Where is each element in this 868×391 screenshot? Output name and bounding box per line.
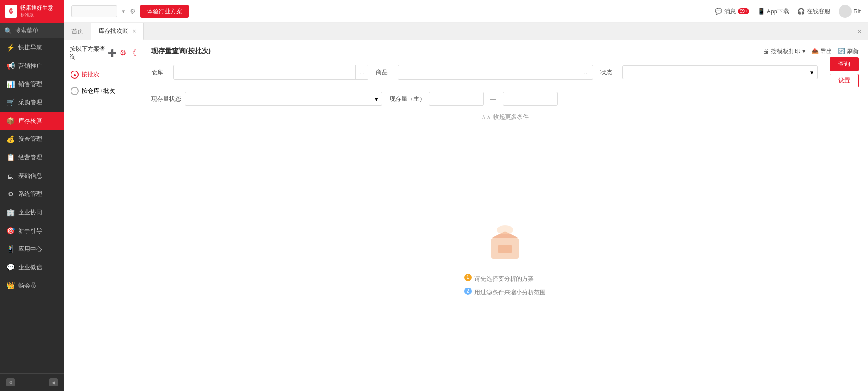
tab-batch-label: 库存批次账 (99, 27, 128, 34)
sidebar-item-basic[interactable]: 🗂 基础信息 (0, 167, 64, 185)
status-dropdown-icon: ▾ (810, 69, 813, 76)
sidebar-item-label: 库存核算 (18, 117, 42, 125)
collapse-icon: ∧∧ (481, 114, 491, 120)
settings-gear-icon[interactable]: ⚙ (130, 7, 136, 16)
collapse-filters-btn[interactable]: ∧∧ 收起更多条件 (151, 110, 859, 122)
sidebar-item-inventory[interactable]: 📦 库存核算 (0, 112, 64, 130)
online-service-btn[interactable]: 🎧 在线客服 (797, 7, 830, 16)
export-icon: 📤 (811, 48, 819, 54)
tip-item-1: 1 请先选择要分析的方案 (464, 273, 546, 285)
warehouse-batch-icon: ○ (71, 87, 79, 95)
sidebar-item-enterprise[interactable]: 🏢 企业协同 (0, 203, 64, 222)
tab-batch-account[interactable]: 库存批次账 × (91, 23, 144, 40)
batch-scheme-icon: ● (71, 71, 79, 79)
scheme-item-batch[interactable]: ● 按批次 (64, 66, 142, 83)
product-input[interactable] (398, 65, 580, 79)
headphone-icon: 🎧 (797, 8, 805, 15)
stock-status-select[interactable]: ▾ (185, 92, 382, 106)
add-scheme-btn[interactable]: ➕ (108, 49, 117, 58)
user-avatar-btn[interactable]: Rit (839, 5, 861, 18)
svg-rect-2 (498, 245, 512, 253)
sidebar-settings-btn[interactable]: ⚙ (6, 378, 15, 386)
tab-close-icon[interactable]: × (133, 28, 136, 34)
export-btn[interactable]: 📤 导出 (811, 47, 832, 55)
search-label: 搜索菜单 (15, 27, 38, 35)
sidebar-collapse-btn[interactable]: ◀ (49, 378, 58, 386)
sidebar-item-label: 快捷导航 (18, 43, 42, 52)
dropdown-arrow-icon[interactable]: ▾ (122, 8, 125, 15)
app-edition: 标准版 (20, 12, 53, 18)
content-area: 按以下方案查询 ➕ ⚙ 《 ● 按批次 ○ 按仓库+批次 现存量查询( (64, 40, 868, 391)
filter-area: 现存量查询(按批次) 🖨 按模板打印 ▾ 📤 导出 🔄 (142, 40, 868, 129)
trial-btn[interactable]: 体验行业方案 (140, 5, 189, 18)
sidebar-item-label: 应用中心 (18, 245, 42, 253)
status-label: 状态 (600, 68, 619, 76)
tip-text-2: 用过滤条件来缩小分析范围 (474, 287, 546, 299)
sidebar-item-label: 基础信息 (18, 172, 42, 180)
sidebar-item-finance[interactable]: 💰 资金管理 (0, 130, 64, 148)
setting-btn[interactable]: 设置 (830, 74, 859, 87)
collapse-panel-icon[interactable]: 《 (129, 49, 136, 58)
app-download-btn[interactable]: 📱 App下载 (758, 7, 789, 16)
sidebar-item-member[interactable]: 👑 畅会员 (0, 277, 64, 295)
tab-home[interactable]: 首页 (64, 23, 91, 40)
page-title: 现存量查询(按批次) (151, 47, 211, 55)
sidebar-search[interactable]: 🔍 搜索菜单 (0, 23, 64, 38)
marketing-icon: 📢 (6, 62, 15, 70)
app-download-icon: 📱 (758, 8, 765, 15)
messages-label: 消息 (724, 7, 736, 16)
enterprise-wechat-icon: 💬 (6, 263, 15, 272)
company-name: 畅康通好生意 (20, 5, 53, 12)
sidebar-item-newbie[interactable]: 🎯 新手引导 (0, 222, 64, 240)
product-input-wrapper: … (398, 65, 593, 80)
inventory-icon: 📦 (6, 117, 15, 125)
status-select[interactable]: ▾ (622, 65, 818, 79)
sidebar-item-label: 营销推广 (18, 62, 42, 70)
tabbar-close-btn[interactable]: × (851, 27, 868, 36)
stock-qty-max[interactable] (503, 92, 558, 106)
warehouse-more-btn[interactable]: … (355, 65, 368, 79)
scheme-settings-icon[interactable]: ⚙ (120, 49, 126, 58)
sidebar-item-marketing[interactable]: 📢 营销推广 (0, 57, 64, 75)
stock-qty-label: 现存量（主） (390, 95, 425, 103)
refresh-btn[interactable]: 🔄 刷新 (838, 47, 859, 55)
left-panel-actions: ➕ ⚙ 《 (108, 49, 136, 58)
empty-state: 1 请先选择要分析的方案 2 用过滤条件来缩小分析范围 (142, 129, 868, 391)
sidebar-item-quick-nav[interactable]: ⚡ 快捷导航 (0, 38, 64, 57)
print-dropdown-icon[interactable]: ▾ (802, 48, 806, 54)
messages-btn[interactable]: 💬 消息 99+ (715, 7, 749, 16)
query-btn[interactable]: 查询 (830, 57, 859, 71)
sidebar-item-operations[interactable]: 📋 经营管理 (0, 148, 64, 167)
topbar-search[interactable] (71, 5, 117, 17)
toolbar-right-actions: 🖨 按模板打印 ▾ 📤 导出 🔄 刷新 (763, 47, 859, 55)
refresh-icon: 🔄 (838, 48, 845, 54)
message-icon: 💬 (715, 8, 722, 15)
member-icon: 👑 (6, 282, 15, 290)
collapse-label: 收起更多条件 (493, 114, 529, 120)
stock-status-label: 现存量状态 (151, 95, 181, 103)
stock-qty-min[interactable] (429, 92, 484, 106)
sidebar-nav: ⚡ 快捷导航 📢 营销推广 📊 销售管理 🛒 采购管理 📦 库存核算 💰 资金管… (0, 38, 64, 373)
sidebar-item-app-center[interactable]: 📱 应用中心 (0, 240, 64, 258)
left-panel-header: 按以下方案查询 ➕ ⚙ 《 (64, 40, 142, 66)
operations-icon: 📋 (6, 153, 15, 162)
main-area: ▾ ⚙ 体验行业方案 💬 消息 99+ 📱 App下载 🎧 在线客服 Rit (64, 0, 868, 391)
warehouse-input-wrapper: … (173, 65, 368, 80)
tip-num-1: 1 (464, 274, 472, 281)
print-btn[interactable]: 🖨 按模板打印 ▾ (763, 47, 806, 55)
warehouse-input[interactable] (174, 65, 355, 79)
app-center-icon: 📱 (6, 245, 15, 253)
app-logo: 6 (5, 5, 17, 18)
sidebar-item-label: 系统管理 (18, 190, 42, 198)
system-icon: ⚙ (6, 190, 15, 198)
scheme-warehouse-batch-label: 按仓库+批次 (82, 87, 115, 95)
sidebar-item-system[interactable]: ⚙ 系统管理 (0, 185, 64, 203)
sidebar: 6 畅康通好生意 标准版 🔍 搜索菜单 ⚡ 快捷导航 📢 营销推广 📊 销售管理… (0, 0, 64, 391)
filter-toolbar: 现存量查询(按批次) 🖨 按模板打印 ▾ 📤 导出 🔄 (151, 47, 859, 57)
sidebar-item-enterprise-wechat[interactable]: 💬 企业微信 (0, 258, 64, 277)
sidebar-item-purchase[interactable]: 🛒 采购管理 (0, 93, 64, 112)
svg-point-3 (497, 225, 513, 234)
sidebar-item-sales[interactable]: 📊 销售管理 (0, 75, 64, 93)
product-more-btn[interactable]: … (580, 65, 593, 79)
scheme-item-warehouse-batch[interactable]: ○ 按仓库+批次 (64, 83, 142, 99)
